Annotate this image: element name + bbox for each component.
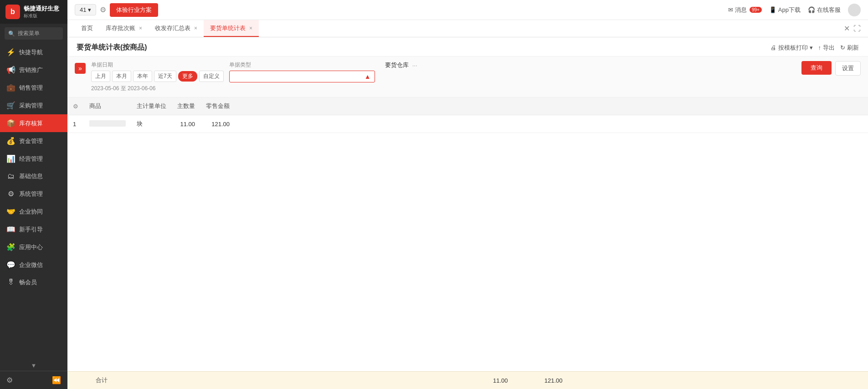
online-service-group[interactable]: 🎧 在线客服 (808, 6, 841, 14)
chevron-down-icon: ▾ (810, 44, 813, 51)
nav-label: 企业微信 (19, 261, 43, 269)
topbar-settings-icon[interactable]: ⚙ (100, 5, 106, 14)
sidebar-header: b 畅捷通好生意 标准版 (0, 0, 67, 24)
tab-inventory-batch[interactable]: 库存批次账 × (99, 20, 149, 37)
refresh-label: 刷新 (847, 44, 859, 52)
main-area: 41 ▾ ⚙ 体验行业方案 ✉ 消息 99+ 📱 App下载 🎧 在线客服 (67, 0, 868, 389)
topbar-right: ✉ 消息 99+ 📱 App下载 🎧 在线客服 (728, 4, 861, 16)
page-title: 要货单统计表(按商品) (77, 43, 147, 52)
type-filter-group: 单据类型 ▲ (229, 61, 375, 82)
sidebar-item-xinshouyindao[interactable]: 📖 新手引导 (0, 220, 67, 238)
sidebar-item-jichuxinxi[interactable]: 🗂 基础信息 (0, 168, 67, 185)
app-download-group[interactable]: 📱 App下载 (769, 6, 801, 14)
warehouse-dots-icon[interactable]: ··· (412, 62, 417, 69)
col-settings-icon[interactable]: ⚙ (73, 103, 78, 110)
tab-requisition[interactable]: 要货单统计表 × (204, 20, 259, 37)
messages-group[interactable]: ✉ 消息 99+ (728, 6, 762, 14)
last-7days-btn[interactable]: 近7天 (154, 71, 176, 82)
tab-close-all-icon[interactable]: ✕ (844, 24, 850, 33)
nav-label: 资金管理 (19, 137, 43, 145)
message-badge: 99+ (750, 7, 762, 13)
sidebar-scroll-down[interactable]: ▼ (0, 360, 67, 371)
this-month-btn[interactable]: 本月 (112, 71, 131, 82)
nav-icon: ⚡ (6, 48, 15, 56)
date-filter-group: 单据日期 上月 本月 本年 近7天 更多 自定义 2023-05-06 至 20… (91, 61, 224, 92)
nav-icon: 🤝 (6, 207, 15, 216)
table-footer: 合计 11.00 121.00 (67, 371, 868, 389)
nav-icon: 📖 (6, 225, 15, 234)
sidebar-footer: ⚙ ⏪ (0, 371, 67, 389)
sidebar-item-yingyongzhongxin[interactable]: 🧩 应用中心 (0, 238, 67, 256)
sidebar-item-qiyexietong[interactable]: 🤝 企业协同 (0, 203, 67, 220)
tabbar: 首页 库存批次账 × 收发存汇总表 × 要货单统计表 × ✕ ⛶ (67, 20, 868, 37)
custom-date-btn[interactable]: 自定义 (199, 71, 224, 82)
tab-restore-icon[interactable]: ⛶ (853, 25, 861, 33)
tabbar-actions: ✕ ⛶ (844, 24, 861, 33)
trial-button[interactable]: 体验行业方案 (110, 3, 158, 17)
expand-filter-button[interactable]: » (75, 63, 86, 74)
search-label: 搜索菜单 (18, 30, 40, 37)
export-action[interactable]: ↑ 导出 (818, 44, 835, 52)
sidebar-item-changhyuyan[interactable]: 🎖 畅会员 (0, 274, 67, 291)
sidebar-item-kuaijiedaohang[interactable]: ⚡ 快捷导航 (0, 43, 67, 61)
last-month-btn[interactable]: 上月 (91, 71, 110, 82)
headset-icon: 🎧 (808, 6, 815, 13)
tab-requisition-label: 要货单统计表 (210, 24, 246, 32)
search-icon: 🔍 (8, 31, 15, 37)
tab-requisition-close[interactable]: × (249, 25, 252, 31)
sidebar-collapse-button[interactable]: ⏪ (52, 376, 61, 384)
nav-icon: 🛒 (6, 101, 15, 110)
data-table: ⚙ 商品 主计量单位 主数量 零售金额 1 块 (67, 97, 868, 133)
settings-footer-icon[interactable]: ⚙ (6, 376, 13, 384)
nav-icon: ⚙ (6, 189, 15, 198)
tab-inventory-batch-close[interactable]: × (139, 25, 142, 31)
sidebar-item-zijinguanli[interactable]: 💰 资金管理 (0, 132, 67, 150)
sidebar-item-xiaoshouguanli[interactable]: 💼 销售管理 (0, 79, 67, 97)
nav-icon: 🧩 (6, 243, 15, 251)
page-content: 要货单统计表(按商品) 🖨 按模板打印 ▾ ↑ 导出 ↻ 刷新 (67, 37, 868, 371)
this-year-btn[interactable]: 本年 (133, 71, 152, 82)
tab-summary[interactable]: 收发存汇总表 × (149, 20, 204, 37)
type-filter-select[interactable]: ▲ (229, 71, 375, 82)
more-date-btn[interactable]: 更多 (178, 71, 197, 82)
col-unit: 主计量单位 (131, 97, 172, 115)
topbar: 41 ▾ ⚙ 体验行业方案 ✉ 消息 99+ 📱 App下载 🎧 在线客服 (67, 0, 868, 20)
app-download-label: App下载 (778, 6, 801, 14)
refresh-action[interactable]: ↻ 刷新 (840, 44, 859, 52)
nav-label: 畅会员 (19, 278, 37, 287)
filter-settings-button[interactable]: 设置 (835, 61, 861, 76)
sidebar-item-kucunhesuan[interactable]: 📦 库存核算 (0, 114, 67, 132)
nav-icon: 💰 (6, 137, 15, 145)
tab-inventory-batch-label: 库存批次账 (106, 24, 135, 32)
export-label: 导出 (823, 44, 835, 52)
sidebar-search[interactable]: 🔍 搜索菜单 (5, 27, 63, 40)
tab-summary-close[interactable]: × (194, 25, 197, 31)
cell-goods (84, 115, 131, 133)
print-template-label: 按模板打印 (778, 44, 808, 52)
company-name: 41 (80, 6, 86, 13)
tab-summary-label: 收发存汇总表 (155, 24, 190, 32)
user-avatar[interactable] (848, 4, 861, 16)
chevron-down-icon: ▾ (88, 6, 91, 13)
page-inner: 要货单统计表(按商品) 🖨 按模板打印 ▾ ↑ 导出 ↻ 刷新 (67, 37, 868, 371)
table-row: 1 块 11.00 121.00 (67, 115, 868, 133)
table-body: 1 块 11.00 121.00 (67, 115, 868, 133)
nav-icon: 📦 (6, 119, 15, 128)
print-template-action[interactable]: 🖨 按模板打印 ▾ (770, 44, 813, 52)
company-selector[interactable]: 41 ▾ (75, 4, 96, 15)
nav-label: 新手引导 (19, 225, 43, 234)
sidebar-item-qiyeweixin[interactable]: 💬 企业微信 (0, 256, 67, 274)
nav-label: 采购管理 (19, 102, 43, 110)
sidebar-item-yingxiaotuiguang[interactable]: 📢 营销推广 (0, 61, 67, 79)
date-range-display: 2023-05-06 至 2023-06-06 (91, 85, 224, 92)
cell-seq: 1 (67, 115, 84, 133)
export-icon: ↑ (818, 44, 822, 51)
cell-amount: 121.00 (200, 115, 235, 133)
query-button[interactable]: 查询 (801, 61, 832, 75)
footer-qty: 11.00 (464, 377, 519, 384)
tab-home[interactable]: 首页 (75, 20, 99, 37)
sidebar-item-xitongguanli[interactable]: ⚙ 系统管理 (0, 185, 67, 203)
sidebar-item-jingyingguanli[interactable]: 📊 经营管理 (0, 150, 67, 168)
nav-icon: 💼 (6, 83, 15, 92)
sidebar-item-caigouguanli[interactable]: 🛒 采购管理 (0, 97, 67, 114)
